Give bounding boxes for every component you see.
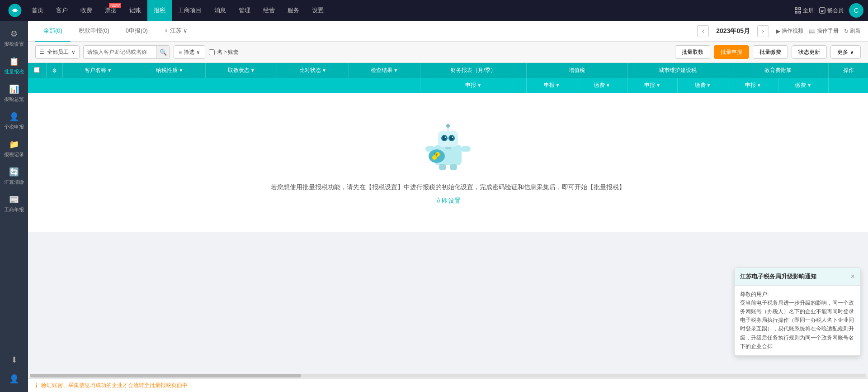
personal-tax-icon: 👤 — [9, 112, 19, 122]
header-tax-nature: 纳税性质▼ — [134, 63, 205, 78]
tab-right-actions: ▶ 操作视频 📖 操作手册 ↻ 刷新 — [776, 27, 861, 35]
tab-all[interactable]: 全部(0) — [35, 21, 71, 42]
tab-zero-declare[interactable]: 0申报(0) — [118, 21, 156, 42]
sub-header-vat-pay: 缴费▼ — [577, 78, 627, 93]
nav-message[interactable]: 消息 — [208, 0, 232, 21]
sidebar-item-user[interactable]: 👤 — [0, 369, 28, 388]
notification-header: 江苏电子税务局升级影响通知 × — [735, 268, 860, 286]
more-dropdown-icon: ∨ — [850, 49, 854, 55]
notification-title: 江苏电子税务局升级影响通知 — [740, 272, 816, 281]
tax-records-icon: 📁 — [9, 139, 19, 149]
account-checkbox-label[interactable]: 名下账套 — [209, 48, 239, 56]
operation-video-btn[interactable]: ▶ 操作视频 — [776, 27, 803, 35]
nav-billing[interactable]: 收费 — [74, 0, 99, 21]
svg-rect-2 — [795, 8, 797, 10]
search-box: 🔍 — [83, 45, 170, 59]
sidebar-item-tax-records[interactable]: 📁 报税记录 — [0, 135, 28, 163]
header-vat: 增值税 — [527, 63, 627, 78]
filter-button[interactable]: ≡ 筛选 ∨ — [174, 45, 205, 59]
batch-pay-btn[interactable]: 批量缴费 — [753, 45, 788, 59]
sidebar-item-tax-overview[interactable]: 📊 报税总览 — [0, 80, 28, 107]
horizontal-scrollbar[interactable] — [28, 373, 868, 378]
nav-customer[interactable]: 客户 — [50, 0, 74, 21]
notification-close-btn[interactable]: × — [851, 272, 855, 281]
filter-icon-check[interactable]: ▼ — [393, 68, 398, 73]
table-row: ¥ 若您想使用批量报税功能，请先在【报税设置】中进行报税的初始化设置，完成密码验… — [28, 93, 868, 232]
nav-tax[interactable]: 报税 — [147, 0, 172, 21]
table-sub-header-row: 申报▼ 申报▼ 缴费▼ 申报▼ 缴费▼ 申报▼ — [28, 78, 868, 93]
bottom-bar-text: 验证账密、采集信息均成功的企业才会流转至批量报税页面中 — [41, 382, 188, 389]
empty-message: 若您想使用批量报税功能，请先在【报税设置】中进行报税的初始化设置，完成密码验证和… — [271, 183, 625, 191]
svg-rect-3 — [799, 8, 801, 10]
settings-icon[interactable]: ⚙ — [52, 67, 57, 74]
svg-point-17 — [446, 124, 450, 128]
svg-rect-15 — [445, 147, 451, 149]
svg-point-13 — [445, 137, 446, 138]
employee-select[interactable]: ☰ 全部员工 ∨ — [35, 45, 80, 59]
notification-greeting: 尊敬的用户: — [740, 290, 855, 299]
header-education-fee: 教育费附加 — [728, 63, 829, 78]
svg-point-1 — [14, 9, 16, 12]
sidebar-item-settlement[interactable]: 🔄 汇算清缴 — [0, 163, 28, 190]
more-btn[interactable]: 更多 ∨ — [830, 45, 861, 59]
batch-declare-btn[interactable]: 批量申报 — [714, 45, 749, 59]
scroll-thumb[interactable] — [30, 374, 301, 378]
refresh-btn[interactable]: ↻ 刷新 — [844, 27, 861, 35]
account-checkbox[interactable] — [209, 49, 215, 55]
header-compare-status: 比对状态▼ — [277, 63, 349, 78]
filter-icon-fetch[interactable]: ▼ — [250, 68, 255, 73]
search-input[interactable] — [84, 45, 156, 59]
fullscreen-btn[interactable]: 全屏 — [795, 7, 814, 14]
prev-month-btn[interactable]: ‹ — [697, 25, 709, 37]
sidebar-item-tax-settings[interactable]: ⚙ 报税设置 — [0, 24, 28, 52]
nav-home[interactable]: 首页 — [25, 0, 50, 21]
filter-icon-compare[interactable]: ▼ — [322, 68, 326, 73]
avatar[interactable]: C — [849, 3, 863, 18]
header-check-result: 检查结果▼ — [349, 63, 420, 78]
scroll-track — [30, 374, 866, 378]
nav-settings[interactable]: 设置 — [306, 0, 330, 21]
batch-fetch-btn[interactable]: 批量取数 — [675, 45, 710, 59]
filter-icon-name[interactable]: ▼ — [107, 68, 112, 73]
svg-rect-8 — [438, 131, 458, 147]
search-icon: 🔍 — [160, 49, 167, 56]
tab-tax-declare[interactable]: 税款申报(0) — [71, 21, 118, 42]
sidebar-item-personal-tax[interactable]: 👤 个税申报 — [0, 107, 28, 135]
sub-header-financial-declare: 申报▼ — [420, 78, 526, 93]
nav-service[interactable]: 服务 — [281, 0, 306, 21]
nav-accounting[interactable]: 记账 — [123, 0, 147, 21]
top-navigation: 首页 客户 收费 票据 NEW 记账 报税 工商项目 消息 管理 经营 服务 设… — [0, 0, 868, 21]
select-all-checkbox[interactable] — [34, 67, 40, 73]
status-update-btn[interactable]: 状态更新 — [792, 45, 827, 59]
sub-header-vat-declare: 申报▼ — [527, 78, 577, 93]
info-icon: ℹ — [35, 382, 38, 389]
header-settings-col: ⚙ — [46, 63, 62, 78]
tab-jiangsu[interactable]: ♀ 江苏 ∨ — [156, 21, 196, 42]
logo[interactable] — [5, 3, 25, 18]
tax-settings-icon: ⚙ — [10, 29, 18, 39]
filter-dropdown-icon: ∨ — [196, 49, 200, 55]
svg-point-14 — [452, 137, 453, 138]
svg-rect-25 — [439, 164, 446, 170]
member-btn[interactable]: 畅会员 — [819, 7, 844, 14]
dropdown-arrow-icon: ∨ — [71, 49, 75, 55]
header-operation: 操作 — [829, 63, 868, 78]
month-display: 2023年05月 — [712, 27, 755, 35]
search-button[interactable]: 🔍 — [156, 45, 170, 59]
setup-link[interactable]: 立即设置 — [435, 197, 461, 205]
sub-header-spacer — [28, 78, 420, 93]
nav-operation[interactable]: 经营 — [257, 0, 281, 21]
nav-business[interactable]: 工商项目 — [172, 0, 208, 21]
next-month-btn[interactable]: › — [757, 25, 769, 37]
video-icon: ▶ — [776, 28, 780, 34]
nav-invoice[interactable]: 票据 NEW — [99, 0, 123, 21]
sidebar-item-annual-report[interactable]: 📰 工商年报 — [0, 190, 28, 218]
nav-manage[interactable]: 管理 — [232, 0, 257, 21]
notification-body: 尊敬的用户: 受当前电子税务局进一步升级的影响，同一个政务网账号（办税人）名下的… — [735, 286, 860, 355]
refresh-icon: ↻ — [844, 28, 849, 34]
sub-header-city-declare: 申报▼ — [627, 78, 678, 93]
filter-icon-nature[interactable]: ▼ — [179, 68, 183, 73]
sidebar-item-batch-tax[interactable]: 📋 批量报税 — [0, 52, 28, 80]
operation-manual-btn[interactable]: 📖 操作手册 — [809, 27, 839, 35]
sidebar-item-download[interactable]: ⬇ — [0, 350, 28, 369]
